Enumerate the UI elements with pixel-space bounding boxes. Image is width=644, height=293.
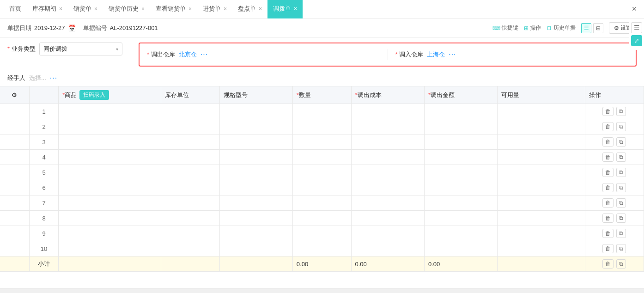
delete-row-button[interactable]: 🗑: [602, 153, 614, 162]
tab-inventory-init[interactable]: 库存期初 ×: [27, 0, 68, 18]
amount-cell[interactable]: [424, 119, 497, 134]
unit-cell[interactable]: [161, 211, 219, 226]
close-icon[interactable]: ×: [224, 6, 227, 12]
cost-cell[interactable]: [351, 195, 424, 211]
subtotal-copy-button[interactable]: ⧉: [616, 259, 626, 269]
amount-cell[interactable]: [424, 165, 497, 180]
qty-cell[interactable]: [292, 195, 351, 211]
delete-row-button[interactable]: 🗑: [602, 229, 614, 238]
spec-cell[interactable]: [219, 241, 292, 256]
close-icon[interactable]: ×: [59, 6, 62, 12]
cost-cell[interactable]: [351, 226, 424, 241]
cost-cell[interactable]: [351, 211, 424, 226]
amount-cell[interactable]: [424, 226, 497, 241]
delete-row-button[interactable]: 🗑: [602, 168, 614, 177]
copy-row-button[interactable]: ⧉: [616, 214, 626, 223]
unit-cell[interactable]: [161, 180, 219, 195]
window-close-button[interactable]: ×: [628, 4, 640, 14]
copy-row-button[interactable]: ⧉: [616, 183, 626, 192]
spec-cell[interactable]: [219, 150, 292, 165]
close-icon[interactable]: ×: [141, 6, 145, 12]
tab-inventory[interactable]: 盘点单 ×: [232, 0, 267, 18]
spec-cell[interactable]: [219, 104, 292, 119]
cost-cell[interactable]: [351, 134, 424, 150]
goods-cell[interactable]: [59, 211, 161, 226]
copy-row-button[interactable]: ⧉: [616, 153, 626, 162]
spec-cell[interactable]: [219, 165, 292, 180]
close-icon[interactable]: ×: [188, 6, 192, 12]
spec-cell[interactable]: [219, 119, 292, 134]
delete-row-button[interactable]: 🗑: [602, 198, 614, 208]
shortcut-button[interactable]: ⌨ 快捷键: [492, 24, 518, 32]
right-panel-expand-button[interactable]: ⤢: [631, 35, 642, 46]
business-type-select[interactable]: 同价调拨 ▾: [39, 43, 122, 55]
amount-cell[interactable]: [424, 195, 497, 211]
qty-cell[interactable]: [292, 119, 351, 134]
unit-cell[interactable]: [161, 241, 219, 256]
amount-cell[interactable]: [424, 241, 497, 256]
tab-purchase[interactable]: 进货单 ×: [197, 0, 232, 18]
person-more-icon[interactable]: ···: [50, 74, 57, 82]
goods-cell[interactable]: [59, 195, 161, 211]
goods-cell[interactable]: [59, 150, 161, 165]
tab-transfer[interactable]: 调拨单 ×: [267, 0, 303, 18]
qty-cell[interactable]: [292, 104, 351, 119]
subtotal-delete-button[interactable]: 🗑: [602, 259, 614, 269]
spec-cell[interactable]: [219, 226, 292, 241]
spec-cell[interactable]: [219, 180, 292, 195]
right-panel-list-button[interactable]: ☰: [631, 22, 642, 33]
tab-view-sales[interactable]: 查看销货单 ×: [150, 0, 197, 18]
cost-cell[interactable]: [351, 241, 424, 256]
unit-cell[interactable]: [161, 104, 219, 119]
tab-home[interactable]: 首页: [4, 0, 27, 18]
amount-cell[interactable]: [424, 211, 497, 226]
delete-row-button[interactable]: 🗑: [602, 183, 614, 192]
close-icon[interactable]: ×: [259, 6, 262, 12]
copy-row-button[interactable]: ⧉: [616, 244, 626, 253]
copy-row-button[interactable]: ⧉: [616, 137, 626, 146]
goods-cell[interactable]: [59, 119, 161, 134]
copy-row-button[interactable]: ⧉: [616, 122, 626, 131]
layout-grid-icon[interactable]: ⊟: [593, 23, 603, 33]
person-select[interactable]: 选择...: [29, 74, 46, 82]
qty-cell[interactable]: [292, 180, 351, 195]
cost-cell[interactable]: [351, 150, 424, 165]
qty-cell[interactable]: [292, 211, 351, 226]
copy-row-button[interactable]: ⧉: [616, 229, 626, 238]
history-button[interactable]: 🗒 历史单据: [547, 24, 576, 32]
spec-cell[interactable]: [219, 211, 292, 226]
unit-cell[interactable]: [161, 165, 219, 180]
unit-cell[interactable]: [161, 119, 219, 134]
horizontal-scrollbar[interactable]: [0, 288, 644, 293]
delete-row-button[interactable]: 🗑: [602, 122, 614, 131]
spec-cell[interactable]: [219, 134, 292, 150]
spec-cell[interactable]: [219, 195, 292, 211]
delete-row-button[interactable]: 🗑: [602, 244, 614, 253]
warehouse-out-value[interactable]: 北京仓: [179, 50, 197, 59]
scan-button[interactable]: 扫码录入: [79, 90, 109, 100]
goods-cell[interactable]: [59, 241, 161, 256]
qty-cell[interactable]: [292, 226, 351, 241]
warehouse-in-value[interactable]: 上海仓: [427, 50, 445, 59]
goods-cell[interactable]: [59, 134, 161, 150]
cost-cell[interactable]: [351, 104, 424, 119]
unit-cell[interactable]: [161, 134, 219, 150]
close-icon[interactable]: ×: [294, 6, 297, 12]
copy-row-button[interactable]: ⧉: [616, 198, 626, 208]
amount-cell[interactable]: [424, 134, 497, 150]
cost-cell[interactable]: [351, 165, 424, 180]
layout-list-icon[interactable]: ☰: [581, 23, 591, 33]
close-icon[interactable]: ×: [94, 6, 97, 12]
qty-cell[interactable]: [292, 134, 351, 150]
goods-cell[interactable]: [59, 180, 161, 195]
delete-row-button[interactable]: 🗑: [602, 107, 614, 116]
cost-cell[interactable]: [351, 119, 424, 134]
warehouse-out-more-icon[interactable]: ···: [200, 50, 208, 59]
unit-cell[interactable]: [161, 150, 219, 165]
goods-cell[interactable]: [59, 104, 161, 119]
tab-sales-history[interactable]: 销货单历史 ×: [103, 0, 150, 18]
copy-row-button[interactable]: ⧉: [616, 107, 626, 116]
delete-row-button[interactable]: 🗑: [602, 137, 614, 146]
unit-cell[interactable]: [161, 195, 219, 211]
settings-column-header[interactable]: ⚙: [0, 86, 29, 104]
